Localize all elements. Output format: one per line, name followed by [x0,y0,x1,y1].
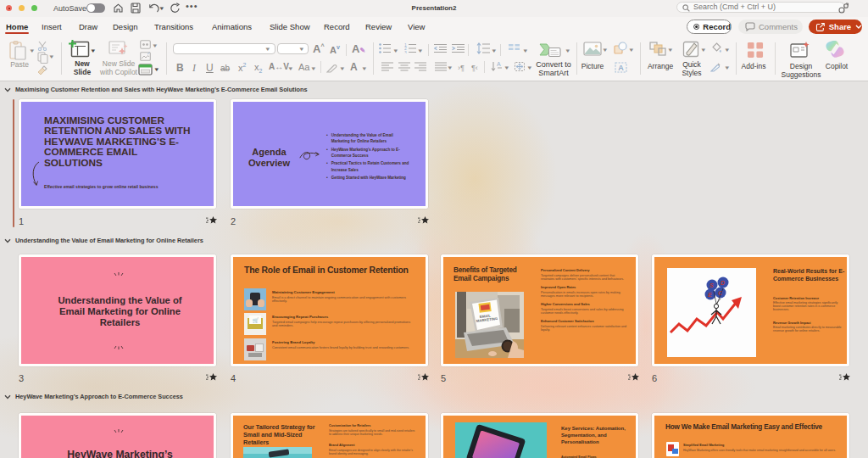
svg-text:3: 3 [404,50,407,54]
svg-text:A: A [618,64,624,72]
svg-text:D: D [721,280,725,286]
svg-text:S: S [709,282,714,288]
svg-text:A: A [497,61,501,67]
svg-text:E: E [708,292,712,298]
